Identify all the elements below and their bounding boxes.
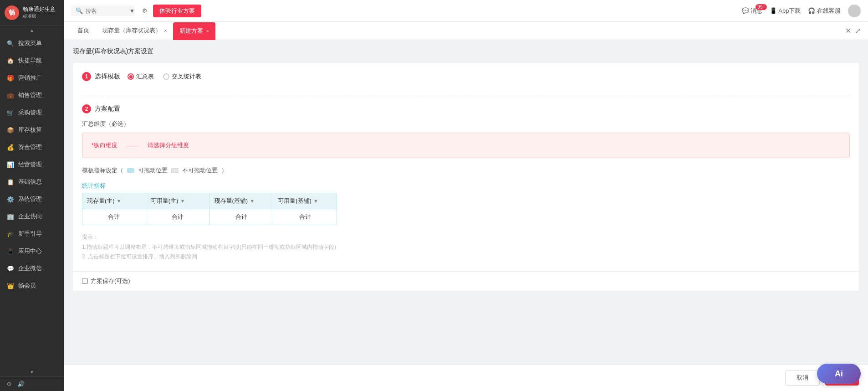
sidebar-item-operations[interactable]: 📊经营管理 bbox=[0, 156, 64, 173]
search-input[interactable] bbox=[86, 8, 127, 14]
col-header-label-2: 现存量(基辅) bbox=[214, 197, 248, 205]
fixed-badge bbox=[171, 168, 179, 173]
sidebar-item-system[interactable]: ⚙️系统管理 bbox=[0, 190, 64, 208]
main-area: 🔍 ▼ ⚙ 体验行业方案 💬 99+ 消息 📱 App下载 🎧 在线客服 bbox=[64, 0, 868, 391]
trial-industry-button[interactable]: 体验行业方案 bbox=[153, 5, 201, 17]
message-icon: 💬 bbox=[742, 7, 749, 14]
search-dropdown-icon[interactable]: ▼ bbox=[129, 8, 135, 14]
sidebar-label-marketing: 营销推广 bbox=[18, 74, 42, 82]
sidebar-item-marketing[interactable]: 🎁营销推广 bbox=[0, 69, 64, 87]
col-header-label-3: 可用量(基辅) bbox=[278, 197, 311, 205]
stats-col-header-0[interactable]: 现存量(主)▼ bbox=[82, 193, 146, 209]
col-chevron-0[interactable]: ▼ bbox=[117, 198, 122, 204]
search-icon: 🔍 bbox=[76, 7, 83, 14]
tip-2: 2. 点击标题栏下拉可设置排序、插入列和删除列 bbox=[82, 252, 850, 262]
sidebar-item-basic-info[interactable]: 📋基础信息 bbox=[0, 173, 64, 190]
radio-summary-dot bbox=[128, 73, 134, 80]
online-service[interactable]: 🎧 在线客服 bbox=[808, 7, 841, 15]
tab-new-scheme-close[interactable]: × bbox=[206, 28, 209, 34]
tab-inventory-close[interactable]: × bbox=[164, 28, 167, 33]
sidebar-label-enterprise: 企业协同 bbox=[18, 212, 42, 221]
sidebar-label-purchase: 采购管理 bbox=[18, 108, 42, 117]
sidebar-label-sales: 销售管理 bbox=[18, 91, 42, 99]
sidebar-item-finance[interactable]: 💰资金管理 bbox=[0, 139, 64, 156]
sidebar-item-purchase[interactable]: 🛒采购管理 bbox=[0, 104, 64, 121]
sidebar-item-inventory[interactable]: 📦库存核算 bbox=[0, 121, 64, 139]
sidebar-label-app-center: 应用中心 bbox=[18, 247, 42, 255]
radio-cross-dot bbox=[163, 73, 169, 80]
marketing-icon: 🎁 bbox=[6, 74, 15, 82]
wechat-icon: 💬 bbox=[6, 264, 15, 273]
sidebar-scroll-up[interactable]: ▲ bbox=[0, 26, 64, 35]
tab-home[interactable]: 首页 bbox=[71, 22, 96, 40]
dimension-row: *纵向维度 —— 请选择分组维度 bbox=[92, 141, 840, 149]
step1-section: 1 选择模板 汇总表 交叉统计表 bbox=[82, 72, 850, 96]
sidebar-label-search-menu: 搜索菜单 bbox=[18, 39, 42, 47]
settings-icon[interactable]: ⚙ bbox=[6, 381, 12, 387]
sidebar-logo: 畅 畅康通好生意 标准版 bbox=[0, 0, 64, 26]
tab-new-scheme[interactable]: 新建方案 × bbox=[173, 22, 215, 41]
save-scheme-checkbox-label[interactable]: 方案保存(可选) bbox=[82, 277, 130, 285]
dimension-area: *纵向维度 —— 请选择分组维度 bbox=[82, 133, 850, 158]
dimension-placeholder[interactable]: 请选择分组维度 bbox=[148, 141, 189, 149]
stats-col-header-2[interactable]: 现存量(基辅)▼ bbox=[210, 193, 274, 209]
sidebar-item-sales[interactable]: 💼销售管理 bbox=[0, 87, 64, 104]
sidebar-item-newbie[interactable]: 🎓新手引导 bbox=[0, 225, 64, 242]
step1-title: 选择模板 bbox=[95, 72, 120, 81]
sidebar-item-enterprise[interactable]: 🏢企业协同 bbox=[0, 208, 64, 225]
sidebar-label-finance: 资金管理 bbox=[18, 143, 42, 151]
step2-title: 方案配置 bbox=[95, 105, 120, 113]
sidebar-label-newbie: 新手引导 bbox=[18, 230, 42, 238]
tab-inventory-label: 现存量（库存状况表） bbox=[102, 26, 161, 35]
col-chevron-2[interactable]: ▼ bbox=[250, 198, 255, 204]
sidebar-item-search-menu[interactable]: 🔍搜索菜单 bbox=[0, 35, 64, 52]
sidebar-item-members[interactable]: 👑畅会员 bbox=[0, 277, 64, 294]
sidebar-item-wechat[interactable]: 💬企业微信 bbox=[0, 260, 64, 277]
user-avatar[interactable] bbox=[848, 5, 861, 17]
stats-col-header-3[interactable]: 可用量(基辅)▼ bbox=[273, 193, 337, 209]
dimension-field-label: 汇总维度（必选） bbox=[82, 120, 850, 128]
tab-inventory[interactable]: 现存量（库存状况表） × bbox=[96, 22, 173, 40]
sidebar-label-members: 畅会员 bbox=[18, 282, 36, 290]
sidebar-item-quick-nav[interactable]: 🏠快捷导航 bbox=[0, 52, 64, 69]
expand-icon[interactable]: ⤢ bbox=[855, 26, 861, 35]
newbie-icon: 🎓 bbox=[6, 230, 15, 238]
close-panel-icon[interactable]: ✕ bbox=[845, 26, 851, 35]
sidebar-nav: 🔍搜索菜单🏠快捷导航🎁营销推广💼销售管理🛒采购管理📦库存核算💰资金管理📊经营管理… bbox=[0, 35, 64, 368]
save-scheme-checkbox[interactable] bbox=[82, 278, 88, 284]
search-box[interactable]: 🔍 ▼ bbox=[71, 5, 135, 16]
cancel-button[interactable]: 取消 bbox=[785, 370, 820, 386]
draggable-badge bbox=[127, 168, 134, 173]
sidebar-bottom: ⚙ 🔊 bbox=[0, 376, 64, 391]
stats-table: 现存量(主)▼可用量(主)▼现存量(基辅)▼可用量(基辅)▼ 合计合计合计合计 bbox=[82, 193, 337, 225]
indicators-suffix: ） bbox=[221, 166, 227, 175]
tabs-controls: ✕ ⤢ bbox=[845, 26, 861, 35]
mobile-icon: 📱 bbox=[770, 7, 777, 14]
app-download[interactable]: 📱 App下载 bbox=[770, 7, 801, 15]
messages-wrap[interactable]: 💬 99+ 消息 bbox=[742, 7, 763, 15]
radio-cross-table[interactable]: 交叉统计表 bbox=[163, 72, 201, 81]
template-radio-group: 汇总表 交叉统计表 bbox=[128, 72, 201, 81]
search-menu-icon: 🔍 bbox=[6, 39, 15, 47]
col-chevron-3[interactable]: ▼ bbox=[313, 198, 318, 204]
sidebar: 畅 畅康通好生意 标准版 ▲ 🔍搜索菜单🏠快捷导航🎁营销推广💼销售管理🛒采购管理… bbox=[0, 0, 64, 391]
headset-icon: 🎧 bbox=[808, 7, 815, 14]
stats-col-cell-2: 合计 bbox=[210, 209, 274, 225]
step2-section: 2 方案配置 汇总维度（必选） *纵向维度 —— 请选择分组维度 模板指标设定（ bbox=[82, 104, 850, 262]
enterprise-icon: 🏢 bbox=[6, 212, 15, 221]
volume-icon[interactable]: 🔊 bbox=[17, 381, 25, 387]
indicators-fixed-label: 不可拖动位置 bbox=[182, 166, 218, 175]
stats-col-header-1[interactable]: 可用量(主)▼ bbox=[146, 193, 210, 209]
col-chevron-1[interactable]: ▼ bbox=[180, 198, 185, 204]
topbar-gear-icon[interactable]: ⚙ bbox=[142, 7, 148, 14]
sidebar-label-inventory: 库存核算 bbox=[18, 126, 42, 134]
ai-bubble[interactable]: Ai bbox=[817, 364, 861, 384]
tips-section: 提示： 1.拖动标题栏可以调整布局，不可跨维度或指标区域拖动栏目字段(只能在同一… bbox=[82, 232, 850, 262]
system-icon: ⚙️ bbox=[6, 195, 15, 203]
radio-summary-table[interactable]: 汇总表 bbox=[128, 72, 154, 81]
tabs-bar: 首页 现存量（库存状况表） × 新建方案 × ✕ ⤢ bbox=[64, 22, 868, 40]
indicators-draggable-label: 可拖动位置 bbox=[138, 166, 168, 175]
sidebar-item-app-center[interactable]: 📱应用中心 bbox=[0, 242, 64, 260]
sidebar-label-basic-info: 基础信息 bbox=[18, 178, 42, 186]
sidebar-scroll-down[interactable]: ▼ bbox=[0, 368, 64, 376]
